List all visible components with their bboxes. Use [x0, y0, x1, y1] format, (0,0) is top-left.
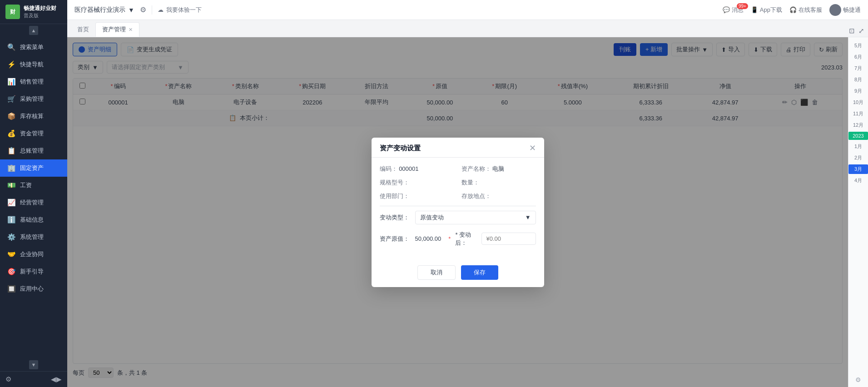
experience-label: 我要体验一下: [166, 6, 202, 14]
business-icon: 📈: [7, 198, 15, 207]
sidebar-item-inventory[interactable]: 📦 库存核算: [0, 108, 67, 125]
modal-location-label: 存放地点：: [461, 193, 491, 199]
timeline-month-12[interactable]: 12月: [848, 120, 868, 130]
modal-info-row-2: 规格型号： 数量：: [380, 179, 536, 187]
sidebar-item-business[interactable]: 📈 经营管理: [0, 194, 67, 211]
general-ledger-icon: 📋: [7, 147, 15, 155]
settings-button[interactable]: ⚙: [140, 5, 146, 14]
timeline-month-3[interactable]: 3月: [848, 164, 868, 174]
modal-value-control: 50,000.00 * * 变动后：: [415, 231, 536, 247]
online-service-button[interactable]: 🎧 在线客服: [789, 6, 822, 14]
modal-close-button[interactable]: ✕: [529, 144, 536, 152]
sidebar-item-purchase[interactable]: 🛒 采购管理: [0, 90, 67, 108]
timeline-month-8[interactable]: 8月: [848, 75, 868, 84]
modal-code-label: 编码：: [380, 165, 397, 172]
modal-dept-label: 使用部门：: [380, 193, 409, 199]
sidebar-nav: 🔍 搜索菜单 ⚡ 快捷导航 📊 销售管理 🛒 采购管理 📦 库存核算 💰: [0, 37, 67, 358]
modal-change-type-row: 变动类型： 原值变动 ▼: [380, 211, 536, 224]
sidebar-item-sales[interactable]: 📊 销售管理: [0, 73, 67, 90]
timeline-month-5[interactable]: 5月: [848, 41, 868, 50]
phone-icon: 📱: [751, 6, 758, 13]
sidebar-item-salary[interactable]: 💵 工资: [0, 177, 67, 194]
app-logo: 财: [5, 5, 20, 19]
timeline-month-10[interactable]: 10月: [848, 98, 868, 107]
messages-button[interactable]: 💬 消息 99+: [723, 6, 744, 14]
page-content: 资产明细 📄 变更生成凭证 刊账 + 新增 批量操作 ▼: [67, 37, 868, 387]
sidebar-item-general-ledger[interactable]: 📋 总账管理: [0, 142, 67, 159]
sidebar-item-label: 固定资产: [20, 164, 44, 172]
collapse-icon[interactable]: ◀▶: [51, 375, 62, 383]
modal-quantity-field: 数量：: [461, 179, 536, 187]
scroll-up-arrow[interactable]: ▲: [29, 26, 38, 35]
main-content: 医疗器械行业演示 ▼ ⚙ ☁ 我要体验一下 💬 消息 99+ 📱 App下载: [67, 0, 868, 387]
timeline-month-6[interactable]: 6月: [848, 52, 868, 62]
sidebar-item-finance[interactable]: 💰 资金管理: [0, 125, 67, 142]
tabbar: 首页 资产管理 ✕ ⊡ ⤢: [67, 20, 868, 37]
tab-maximize-icon[interactable]: ⤢: [858, 27, 864, 35]
modal-info-row-1: 编码： 000001 资产名称： 电脑: [380, 165, 536, 173]
sidebar-item-label: 库存核算: [20, 112, 44, 120]
timeline-year-2023[interactable]: 2023: [848, 132, 868, 140]
inventory-icon: 📦: [7, 112, 15, 120]
user-avatar: [829, 4, 841, 16]
topbar: 医疗器械行业演示 ▼ ⚙ ☁ 我要体验一下 💬 消息 99+ 📱 App下载: [67, 0, 868, 20]
modal-change-type-value: 原值变动: [420, 213, 444, 222]
scroll-down-arrow[interactable]: ▼: [29, 360, 38, 369]
change-type-dropdown-icon: ▼: [525, 214, 531, 221]
cancel-button[interactable]: 取消: [417, 265, 456, 280]
sidebar-item-fixed-assets[interactable]: 🏢 固定资产: [0, 159, 67, 177]
modal-value-row: 资产原值： 50,000.00 * * 变动后：: [380, 231, 536, 247]
modal-code-value: 000001: [399, 165, 418, 172]
quick-nav-icon: ⚡: [7, 60, 15, 69]
timeline-month-9[interactable]: 9月: [848, 86, 868, 96]
fixed-assets-icon: 🏢: [7, 164, 15, 172]
sidebar-item-basic-info[interactable]: ℹ️ 基础信息: [0, 211, 67, 228]
modal-title: 资产变动设置: [380, 144, 421, 153]
modal-quantity-label: 数量：: [461, 179, 479, 186]
timeline-month-1[interactable]: 1月: [848, 142, 868, 151]
company-selector[interactable]: 医疗器械行业演示 ▼: [74, 6, 134, 14]
sidebar-item-label: 总账管理: [20, 147, 44, 155]
tab-asset-management[interactable]: 资产管理 ✕: [95, 22, 139, 37]
topbar-divider: [152, 5, 152, 15]
sidebar-item-label: 资金管理: [20, 129, 44, 138]
timeline-month-2[interactable]: 2月: [848, 153, 868, 163]
save-button[interactable]: 保存: [461, 265, 498, 280]
tab-restore-icon[interactable]: ⊡: [849, 27, 855, 35]
sidebar-item-system[interactable]: ⚙️ 系统管理: [0, 228, 67, 246]
timeline-month-4[interactable]: 4月: [848, 176, 868, 185]
user-menu[interactable]: 畅捷通: [829, 4, 861, 16]
enterprise-icon: 🤝: [7, 250, 15, 258]
sidebar-item-label: 应用中心: [20, 285, 44, 293]
modal-spec-field: 规格型号：: [380, 179, 454, 187]
modal-location-field: 存放地点：: [461, 192, 536, 200]
tab-close-icon[interactable]: ✕: [129, 27, 133, 33]
sidebar-scroll-down[interactable]: ▼: [0, 358, 67, 371]
timeline-settings-icon[interactable]: ⚙: [855, 376, 861, 383]
sidebar-scroll-up[interactable]: ▲: [0, 24, 67, 37]
sidebar-item-enterprise[interactable]: 🤝 企业协同: [0, 246, 67, 263]
headset-icon: 🎧: [789, 6, 797, 13]
modal-original-value-label: 资产原值：: [380, 235, 412, 243]
modal-after-change-input[interactable]: [481, 233, 536, 245]
timeline-month-7[interactable]: 7月: [848, 64, 868, 73]
sidebar-item-label: 销售管理: [20, 78, 44, 86]
sidebar-item-quick-nav[interactable]: ⚡ 快捷导航: [0, 56, 67, 73]
sidebar-item-search[interactable]: 🔍 搜索菜单: [0, 39, 67, 56]
experience-button[interactable]: ☁ 我要体验一下: [158, 6, 202, 14]
guide-icon: 🎯: [7, 268, 15, 276]
cloud-icon: ☁: [158, 6, 164, 13]
timeline-month-11[interactable]: 11月: [848, 109, 868, 119]
modal-spec-label: 规格型号：: [380, 179, 409, 186]
app-download-label: App下载: [760, 6, 782, 14]
sidebar-item-app-center[interactable]: 🔲 应用中心: [0, 280, 67, 298]
app-center-icon: 🔲: [7, 285, 15, 293]
required-star: *: [448, 235, 451, 242]
modal-change-type-select[interactable]: 原值变动 ▼: [415, 211, 536, 224]
tab-home[interactable]: 首页: [71, 22, 95, 37]
tab-home-label: 首页: [77, 25, 89, 34]
app-download-button[interactable]: 📱 App下载: [751, 6, 782, 14]
settings-icon[interactable]: ⚙: [5, 375, 11, 383]
sidebar-item-guide[interactable]: 🎯 新手引导: [0, 263, 67, 280]
sidebar-item-label: 经营管理: [20, 198, 44, 207]
